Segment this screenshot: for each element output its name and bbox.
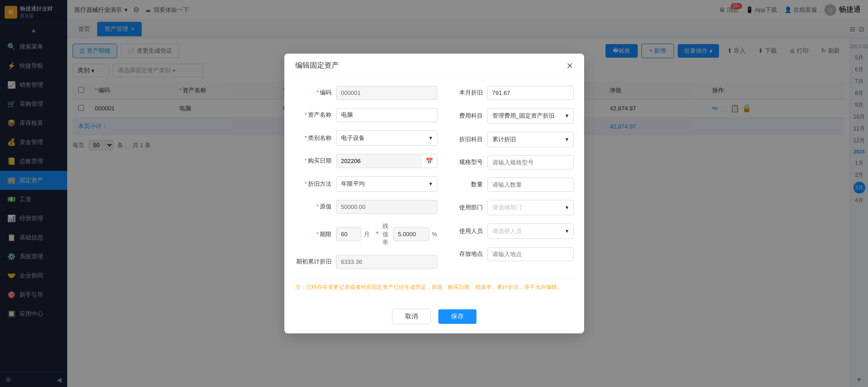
spec-label: 规格型号	[446, 158, 483, 166]
category-label: *类别名称	[295, 134, 332, 142]
modal-body: *编码 *资产名称 *类别名称	[284, 77, 584, 303]
dep-subject-label: 折旧科目	[446, 135, 483, 144]
category-select[interactable]: 电子设备 ▾	[336, 130, 437, 146]
modal-title: 编辑固定资产	[295, 61, 339, 70]
dep-method-select[interactable]: 年限平均 ▾	[336, 176, 437, 192]
expense-subject-label: 费用科目	[446, 112, 483, 120]
location-input[interactable]	[487, 247, 574, 261]
person-label: 使用人员	[446, 227, 483, 235]
quantity-input[interactable]	[487, 178, 574, 192]
modal-note: 注：已经存在变更记录或者对应固定资产已经生成凭证，原值、购买日期、残值率、累计折…	[295, 279, 573, 293]
monthly-dep-label: 本月折旧	[446, 89, 483, 97]
modal-close-button[interactable]: ✕	[566, 61, 573, 71]
purchase-date-input[interactable]	[337, 154, 422, 168]
save-button[interactable]: 保存	[438, 309, 476, 324]
residual-req-star: *	[376, 230, 379, 238]
spec-input[interactable]	[487, 155, 574, 169]
purchase-date-input-wrapper: 📅	[336, 154, 437, 168]
form-group-period: *期限 月 * 残值率 %	[295, 222, 446, 247]
period-inline: 月 * 残值率 %	[336, 222, 437, 247]
residual-unit-label: %	[432, 231, 437, 238]
form-group-location: 存放地点	[446, 247, 583, 261]
dep-subject-value: 累计折旧	[492, 135, 516, 144]
form-group-category: *类别名称 电子设备 ▾	[295, 130, 446, 146]
cancel-button[interactable]: 取消	[392, 309, 431, 324]
person-placeholder: 请选择人员	[492, 227, 522, 235]
dept-label: 使用部门	[446, 203, 483, 212]
residual-rate-label: 残值率	[382, 222, 390, 247]
purchase-date-label: *购买日期	[295, 157, 332, 165]
location-label: 存放地点	[446, 250, 483, 258]
expense-subject-value: 管理费用_固定资产折旧	[492, 112, 555, 120]
period-unit-label: 月	[364, 230, 370, 238]
form-group-initial-dep: 期初累计折旧	[295, 255, 446, 269]
form-group-expense-subject: 费用科目 管理费用_固定资产折旧 ▾	[446, 108, 583, 124]
initial-dep-label: 期初累计折旧	[295, 258, 332, 266]
quantity-label: 数量	[446, 180, 483, 189]
name-label: *资产名称	[295, 111, 332, 119]
modal-overlay: 编辑固定资产 ✕ *编码 *资产名称	[0, 0, 868, 387]
code-input[interactable]	[336, 86, 437, 100]
edit-asset-modal: 编辑固定资产 ✕ *编码 *资产名称	[284, 54, 584, 333]
original-value-label: *原值	[295, 203, 332, 211]
person-dropdown-icon: ▾	[565, 228, 569, 234]
expense-subject-select[interactable]: 管理费用_固定资产折旧 ▾	[487, 108, 574, 124]
category-select-icon: ▾	[429, 134, 432, 141]
dept-select[interactable]: 请选择部门 ▾	[487, 200, 574, 215]
modal-footer: 取消 保存	[284, 303, 584, 333]
calendar-icon[interactable]: 📅	[422, 158, 437, 164]
form-group-original-value: *原值	[295, 200, 446, 214]
form-group-purchase-date: *购买日期 📅	[295, 154, 446, 168]
code-label: *编码	[295, 89, 332, 97]
form-group-quantity: 数量	[446, 178, 583, 192]
form-group-dep-method: *折旧方法 年限平均 ▾	[295, 176, 446, 192]
initial-dep-input[interactable]	[336, 255, 437, 269]
period-label: *期限	[295, 230, 332, 238]
form-group-spec: 规格型号	[446, 155, 583, 169]
original-value-input[interactable]	[336, 200, 437, 214]
form-group-code: *编码	[295, 86, 446, 100]
form-left-col: *编码 *资产名称 *类别名称	[295, 86, 446, 277]
form-group-dept: 使用部门 请选择部门 ▾	[446, 200, 583, 215]
monthly-dep-input[interactable]	[487, 86, 574, 100]
dept-placeholder: 请选择部门	[492, 203, 522, 212]
dep-method-label: *折旧方法	[295, 180, 332, 188]
modal-header: 编辑固定资产 ✕	[284, 54, 584, 77]
category-select-value: 电子设备	[341, 134, 365, 142]
person-select[interactable]: 请选择人员 ▾	[487, 223, 574, 239]
expense-subject-icon: ▾	[565, 112, 569, 119]
name-input[interactable]	[336, 108, 437, 122]
modal-form: *编码 *资产名称 *类别名称	[295, 86, 573, 277]
dep-method-value: 年限平均	[341, 180, 365, 188]
form-right-col: 本月折旧 费用科目 管理费用_固定资产折旧 ▾ 折旧科目	[446, 86, 583, 277]
dep-subject-icon: ▾	[565, 136, 569, 143]
dep-subject-select[interactable]: 累计折旧 ▾	[487, 132, 574, 147]
form-group-name: *资产名称	[295, 108, 446, 122]
dept-dropdown-icon: ▾	[565, 204, 569, 211]
residual-rate-input[interactable]	[393, 227, 429, 241]
form-group-person: 使用人员 请选择人员 ▾	[446, 223, 583, 239]
dep-method-icon: ▾	[429, 180, 432, 187]
form-group-monthly-dep: 本月折旧	[446, 86, 583, 100]
period-input[interactable]	[336, 227, 361, 241]
form-group-dep-subject: 折旧科目 累计折旧 ▾	[446, 132, 583, 147]
